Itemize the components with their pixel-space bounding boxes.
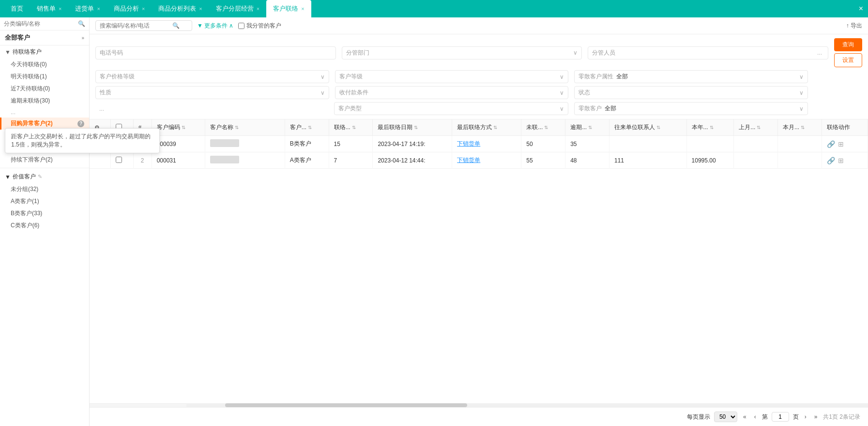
filter-customer-type-input[interactable] bbox=[365, 105, 559, 112]
sidebar-item-7days[interactable]: 近7天待联络(0) bbox=[0, 83, 89, 95]
customer-level-arrow[interactable]: ∨ bbox=[560, 73, 564, 80]
close-customer-layered-tab[interactable]: × bbox=[257, 6, 259, 12]
sidebar-item-overdue[interactable]: 逾期未联络(30) bbox=[0, 95, 89, 107]
page-number-input[interactable] bbox=[772, 412, 789, 422]
pending-arrow-icon: ▼ bbox=[5, 49, 11, 56]
row2-select-checkbox[interactable] bbox=[116, 157, 122, 163]
total-records-label: 共1页 2条记录 bbox=[823, 413, 860, 421]
filter-payment-input[interactable] bbox=[371, 89, 560, 96]
row2-num: 2 bbox=[133, 152, 152, 169]
col-name[interactable]: 客户名称⇅ bbox=[205, 119, 285, 136]
row2-checkbox bbox=[110, 152, 133, 169]
sidebar-collapse-icon[interactable]: » bbox=[81, 35, 84, 41]
sidebar-item-ungrouped[interactable]: 未分组(32) bbox=[0, 183, 89, 195]
row1-grid-action-icon[interactable]: ⊞ bbox=[838, 140, 844, 148]
sidebar-item-b-class[interactable]: B类客户(33) bbox=[0, 207, 89, 220]
col-overdue[interactable]: 逾期...⇅ bbox=[565, 119, 609, 136]
status-arrow[interactable]: ∨ bbox=[799, 89, 804, 96]
filter-nature-input[interactable] bbox=[114, 89, 320, 96]
prev-page-button[interactable]: ‹ bbox=[752, 412, 758, 421]
sidebar-item-a-class[interactable]: A类客户(1) bbox=[0, 195, 89, 207]
row2-code: 000031 bbox=[152, 152, 205, 169]
close-all-tabs[interactable]: × bbox=[859, 4, 863, 13]
nav-customer-contact[interactable]: 客户联络 × bbox=[266, 0, 311, 17]
scrollbar-thumb[interactable] bbox=[225, 403, 467, 407]
next-page-button[interactable]: › bbox=[803, 412, 808, 421]
row1-link-action-icon[interactable]: 🔗 bbox=[827, 140, 835, 148]
nav-home[interactable]: 首页 bbox=[4, 0, 30, 17]
first-page-button[interactable]: « bbox=[741, 412, 748, 421]
dept-dropdown-arrow[interactable]: ∨ bbox=[573, 49, 578, 56]
my-customers-checkbox[interactable] bbox=[238, 23, 244, 29]
sidebar-item-today[interactable]: 今天待联络(0) bbox=[0, 59, 89, 71]
nav-product-analysis[interactable]: 商品分析 × bbox=[107, 0, 152, 17]
query-button[interactable]: 查询 bbox=[834, 38, 862, 51]
sidebar: 🔍 全部客户 » ▼ 待联络客户 今天待联络(0) 明天待联络(1) 近7天待联… bbox=[0, 17, 90, 426]
nav-product-analysis-list[interactable]: 商品分析列表 × bbox=[152, 0, 209, 17]
col-category[interactable]: 客户...⇅ bbox=[285, 119, 329, 136]
value-group-edit-icon[interactable]: ✎ bbox=[38, 174, 42, 180]
export-button[interactable]: ↑ 导出 bbox=[846, 22, 862, 30]
sidebar-ellipsis[interactable]: ... bbox=[0, 107, 89, 118]
more-conditions-button[interactable]: ▼ 更多条件 ∧ bbox=[197, 22, 233, 30]
table-header-row: ⚙ # 客户编码⇅ 客户名称⇅ 客户...⇅ 联络...⇅ 最后联络日期⇅ 最后… bbox=[90, 119, 868, 136]
col-action: 联络动作 bbox=[822, 119, 868, 136]
col-unit-contacts[interactable]: 往来单位联系人⇅ bbox=[609, 119, 686, 136]
price-level-arrow[interactable]: ∨ bbox=[320, 73, 325, 80]
retail-customer-arrow[interactable]: ∨ bbox=[799, 105, 804, 112]
per-page-select[interactable]: 50 bbox=[714, 411, 737, 422]
col-contacts[interactable]: 联络...⇅ bbox=[329, 119, 373, 136]
col-last-contact-date[interactable]: 最后联络日期⇅ bbox=[373, 119, 452, 136]
nature-arrow[interactable]: ∨ bbox=[320, 89, 325, 96]
close-product-analysis-tab[interactable]: × bbox=[142, 6, 145, 12]
close-product-analysis-list-tab[interactable]: × bbox=[199, 6, 202, 12]
advanced-filters: 电话号码 分管部门 ∨ 分管人员 ... 查询 设置 bbox=[90, 34, 868, 119]
customer-type-arrow[interactable]: ∨ bbox=[560, 105, 564, 112]
payment-arrow[interactable]: ∨ bbox=[560, 89, 564, 96]
sidebar-item-c-class[interactable]: C类客户(6) bbox=[0, 220, 89, 232]
col-unreplied[interactable]: 未联...⇅ bbox=[521, 119, 565, 136]
filter-dept-input[interactable] bbox=[372, 49, 574, 56]
sidebar-section-pending[interactable]: ▼ 待联络客户 bbox=[0, 45, 89, 59]
manager-ellipsis[interactable]: ... bbox=[817, 49, 822, 56]
tooltip-box: 距客户上次交易时长，超过了此客户的平均交易周期的1.5倍，则视为异常。 bbox=[90, 128, 160, 153]
nav-purchase[interactable]: 进货单 × bbox=[68, 0, 107, 17]
last-page-button[interactable]: » bbox=[812, 412, 820, 421]
filter-phone-input[interactable] bbox=[126, 49, 332, 56]
horizontal-scrollbar[interactable] bbox=[90, 403, 868, 407]
retail-attr-arrow[interactable]: ∨ bbox=[799, 73, 804, 80]
filter-customer-level-input[interactable] bbox=[365, 73, 560, 80]
per-page-label: 每页显示 bbox=[687, 413, 710, 421]
settings-button[interactable]: 设置 bbox=[834, 53, 862, 67]
row2-last-month bbox=[734, 152, 778, 169]
close-purchase-tab[interactable]: × bbox=[97, 6, 100, 12]
close-sales-tab[interactable]: × bbox=[59, 6, 61, 12]
filter-ellipsis-btn[interactable]: ... bbox=[95, 103, 328, 114]
search-input[interactable] bbox=[100, 22, 172, 29]
col-last-month[interactable]: 上月...⇅ bbox=[734, 119, 778, 136]
search-box-icon[interactable]: 🔍 bbox=[172, 22, 180, 29]
row1-last-method[interactable]: 下销货单 bbox=[452, 136, 521, 152]
col-this-month[interactable]: 本月...⇅ bbox=[778, 119, 822, 136]
col-this-year[interactable]: 本年...⇅ bbox=[686, 119, 734, 136]
col-last-contact-method[interactable]: 最后联络方式⇅ bbox=[452, 119, 521, 136]
row2-category: A类客户 bbox=[285, 152, 329, 169]
sidebar-item-tomorrow[interactable]: 明天待联络(1) bbox=[0, 71, 89, 83]
year-sort-icon: ⇅ bbox=[710, 125, 714, 130]
row1-this-year bbox=[686, 136, 734, 152]
sidebar-value-group[interactable]: ▼ 价值客户 ✎ bbox=[0, 170, 89, 183]
value-group-arrow-icon: ▼ bbox=[5, 174, 11, 180]
sidebar-item-declining[interactable]: 持续下滑客户(2) bbox=[0, 154, 89, 166]
filter-price-level-input[interactable] bbox=[137, 73, 320, 80]
row2-link-action-icon[interactable]: 🔗 bbox=[827, 157, 835, 164]
filter-manager-input[interactable] bbox=[618, 49, 817, 56]
sidebar-search-input[interactable] bbox=[4, 20, 78, 27]
row2-last-method[interactable]: 下销货单 bbox=[452, 152, 521, 169]
sidebar-search-icon[interactable]: 🔍 bbox=[78, 20, 85, 27]
filter-status-input[interactable] bbox=[593, 89, 799, 96]
filter-row-3: 性质 ∨ 收付款条件 ∨ 状态 ∨ bbox=[95, 86, 862, 99]
row2-grid-action-icon[interactable]: ⊞ bbox=[838, 157, 844, 164]
nav-customer-layered[interactable]: 客户分层经营 × bbox=[209, 0, 266, 17]
close-customer-contact-tab[interactable]: × bbox=[301, 6, 304, 12]
nav-sales[interactable]: 销售单 × bbox=[30, 0, 68, 17]
